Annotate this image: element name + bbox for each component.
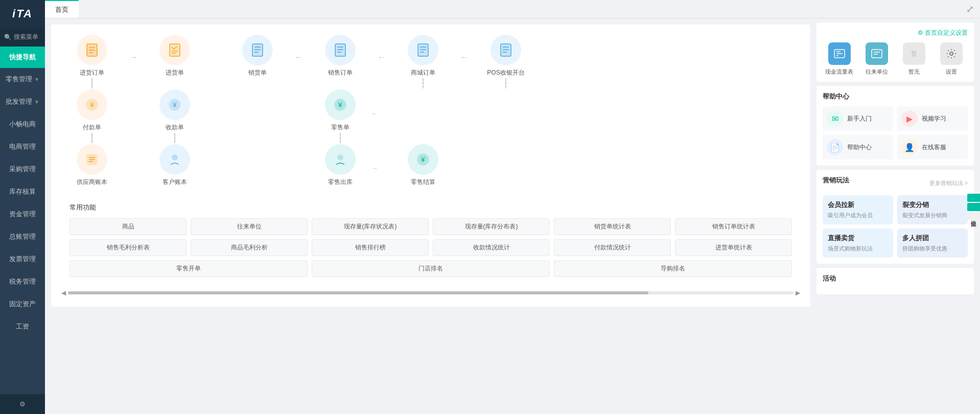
- qa-item-contacts[interactable]: 往来单位: [860, 42, 893, 76]
- sidebar-nav-active[interactable]: 快捷导航: [0, 47, 45, 68]
- sidebar-item-wholesale[interactable]: 批发管理 ▼: [0, 90, 45, 113]
- flow-label: POS收银开台: [487, 68, 524, 77]
- sidebar-item-tax[interactable]: 税务管理: [0, 270, 45, 293]
- marketing-item-fission[interactable]: 裂变分销 裂变式发展分销商: [897, 195, 968, 224]
- marketing-item-sub: 拼团购物享受优惠: [902, 245, 963, 252]
- logo-text: iTA: [12, 7, 33, 20]
- qa-item-cashflow[interactable]: 现金流量表: [823, 42, 856, 76]
- flow-label: 零售单: [331, 123, 349, 132]
- help-icon-newbie: ✉: [827, 110, 843, 127]
- func-btn-store-rank[interactable]: 门店排名: [312, 260, 550, 277]
- flow-node-customer-ledger[interactable]: 客户账本: [144, 144, 205, 187]
- scroll-thumb: [68, 291, 648, 294]
- sidebar-settings[interactable]: ⚙: [0, 394, 45, 414]
- flow-node-purchase-order[interactable]: 进货订单: [61, 35, 123, 77]
- more-link[interactable]: 更多营销玩法 >: [929, 179, 968, 187]
- func-btn-order-stat[interactable]: 销售订单统计表: [675, 218, 792, 235]
- arrow-2: ←: [288, 52, 310, 77]
- tabbar: 首页 ⤢: [45, 0, 980, 18]
- help-item-video[interactable]: ▶ 视频学习: [897, 106, 968, 131]
- scroll-right-btn[interactable]: ▶: [796, 289, 800, 296]
- func-btn-stock2[interactable]: 现存量(库存分布表): [433, 218, 550, 235]
- qa-item-label: 设置: [946, 68, 957, 76]
- float-btn-community[interactable]: 服务社区: [967, 203, 980, 211]
- flow-icon-receipt: ¥: [159, 89, 190, 120]
- func-grid-row2: 销售毛利分析表 商品毛利分析 销售排行榜 收款情况统计 付款情况统计 进货单统计…: [69, 239, 792, 256]
- help-item-service[interactable]: 👤 在线客服: [897, 135, 968, 159]
- svg-rect-14: [335, 44, 345, 56]
- func-btn-rank[interactable]: 销售排行榜: [312, 239, 429, 256]
- flow-node-receipt[interactable]: ¥ 收款单: [144, 89, 205, 132]
- func-btn-goods[interactable]: 商品: [69, 218, 186, 235]
- chevron-icon: ▼: [34, 77, 39, 82]
- sidebar-item-invoice[interactable]: 发票管理: [0, 248, 45, 270]
- sidebar-item-ecommerce[interactable]: 小畅电商: [0, 113, 45, 135]
- marketing-item-group[interactable]: 多人拼团 拼团购物享受优惠: [897, 228, 968, 258]
- sidebar: iTA 🔍 搜索菜单 快捷导航 零售管理 ▼ 批发管理 ▼ 小畅电商 电商管理 …: [0, 0, 45, 414]
- sidebar-item-purchase[interactable]: 采购管理: [0, 158, 45, 180]
- flow-label: 销售订单: [328, 68, 353, 77]
- flow-node-supplier-ledger[interactable]: 供应商账本: [61, 144, 123, 187]
- tab-home[interactable]: 首页: [45, 0, 79, 18]
- sidebar-item-retail[interactable]: 零售管理 ▼: [0, 68, 45, 90]
- func-btn-purchase-stat[interactable]: 进货单统计表: [675, 239, 792, 256]
- help-icon-service: 👤: [901, 139, 918, 155]
- flow-node-pos[interactable]: POS收银开台: [475, 35, 536, 77]
- scrollbar: ◀ ▶: [61, 289, 800, 296]
- activity-card: 活动: [816, 268, 974, 294]
- scroll-left-btn[interactable]: ◀: [61, 289, 66, 296]
- qa-settings[interactable]: ⚙ 首页自定义设置: [823, 29, 968, 37]
- help-title: 帮助中心: [823, 92, 968, 101]
- arrow-1: →: [123, 52, 144, 77]
- float-btn-desktop[interactable]: 桌面快捷: [967, 212, 980, 220]
- func-btn-sales-stat[interactable]: 销货单统计表: [554, 218, 671, 235]
- marketing-item-live[interactable]: 直播卖货 场景式购物新玩法: [823, 228, 893, 258]
- help-item-help[interactable]: 📄 帮助中心: [823, 135, 893, 159]
- func-btn-retail-order[interactable]: 零售开单: [69, 260, 308, 277]
- svg-rect-19: [418, 44, 428, 56]
- qa-icon-cashflow: [828, 42, 851, 65]
- flow-icon-purchase: [159, 35, 190, 65]
- func-btn-stock1[interactable]: 现存量(库存状况表): [312, 218, 429, 235]
- func-grid-row1: 商品 往来单位 现存量(库存状况表) 现存量(库存分布表) 销货单统计表 销售订…: [69, 218, 792, 235]
- flow-node-retail-out[interactable]: 零售出库: [310, 144, 371, 187]
- sidebar-label: 批发管理: [6, 97, 32, 106]
- sidebar-label: 库存核算: [9, 187, 36, 196]
- sidebar-item-ledger[interactable]: 总账管理: [0, 225, 45, 248]
- expand-button[interactable]: ⤢: [966, 4, 980, 15]
- func-btn-payment-stat[interactable]: 付款情况统计: [554, 239, 671, 256]
- func-btn-sales-profit[interactable]: 销售毛利分析表: [69, 239, 186, 256]
- flow-node-mall-order[interactable]: 商城订单: [392, 35, 454, 77]
- float-btn-service[interactable]: 客服热线: [967, 194, 980, 202]
- svg-point-39: [172, 155, 177, 160]
- sidebar-search[interactable]: 🔍 搜索菜单: [0, 28, 45, 47]
- marketing-item-member[interactable]: 会员拉新 吸引用户成为会员: [823, 195, 893, 224]
- flow-node-retail[interactable]: ¥ 零售单: [310, 89, 371, 132]
- qa-grid: 现金流量表 往来单位 暂 暂无: [823, 42, 968, 76]
- flow-node-payment[interactable]: ¥ 付款单: [61, 89, 123, 132]
- common-func-title: 常用功能: [69, 203, 792, 212]
- sidebar-item-assets[interactable]: 固定资产: [0, 293, 45, 315]
- flow-node-purchase[interactable]: 进货单: [144, 35, 205, 77]
- func-btn-guide-rank[interactable]: 导购排名: [554, 260, 792, 277]
- arrow-4: ←: [454, 52, 475, 77]
- func-btn-goods-profit[interactable]: 商品毛利分析: [191, 239, 308, 256]
- qa-item-settings[interactable]: 设置: [935, 42, 968, 76]
- flow-node-sales-order[interactable]: 销售订单: [310, 35, 371, 77]
- sidebar-item-salary[interactable]: 工资: [0, 315, 45, 338]
- help-grid: ✉ 新手入门 ▶ 视频学习 📄 帮助中心 👤 在线客服: [823, 106, 968, 159]
- sidebar-item-inventory[interactable]: 库存核算: [0, 180, 45, 203]
- func-btn-receipt-stat[interactable]: 收款情况统计: [433, 239, 550, 256]
- flow-node-sales[interactable]: 销货单: [227, 35, 288, 77]
- flow-icon-purchase-order: [77, 35, 107, 65]
- sidebar-item-ecommerce-mgmt[interactable]: 电商管理: [0, 135, 45, 158]
- help-item-newbie[interactable]: ✉ 新手入门: [823, 106, 893, 131]
- marketing-item-title: 多人拼团: [902, 234, 963, 243]
- flow-node-retail-settle[interactable]: ¥ 零售结算: [392, 144, 454, 187]
- right-panel: ⚙ 首页自定义设置 现金流量表 往来单位: [816, 18, 980, 414]
- content-area: 进货订单 → 进货单: [45, 18, 980, 414]
- scroll-track: [68, 291, 794, 294]
- marketing-item-title: 直播卖货: [828, 234, 888, 243]
- sidebar-item-finance[interactable]: 资金管理: [0, 203, 45, 225]
- func-btn-contacts[interactable]: 往来单位: [191, 218, 308, 235]
